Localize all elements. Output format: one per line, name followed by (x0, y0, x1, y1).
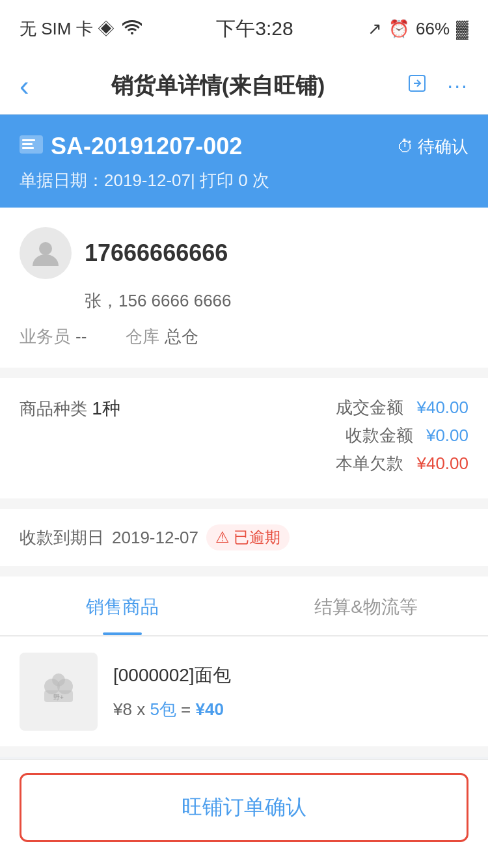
warehouse-value: 总仓 (165, 325, 198, 348)
tabs-section: 销售商品 结算&物流等 (0, 576, 488, 636)
svg-text:野+: 野+ (53, 694, 64, 701)
staff-value: -- (75, 327, 87, 347)
product-type-info: 商品种类 1种 (20, 396, 120, 421)
customer-meta: 业务员 -- 仓库 总仓 (20, 325, 468, 348)
nav-bar: ‹ 销货单详情(来自旺铺) ··· (0, 57, 488, 115)
alarm-icon: ⏰ (388, 19, 409, 39)
due-date: 2019-12-07 (112, 528, 198, 548)
svg-rect-4 (22, 147, 34, 149)
svg-rect-3 (22, 143, 33, 145)
product-name: [0000002]面包 (113, 663, 468, 688)
stats-section: 商品种类 1种 成交金额 ¥40.00 收款金额 ¥0.00 本单欠款 ¥40.… (0, 378, 488, 498)
price-value: ¥8 (113, 699, 132, 719)
order-header: SA-20191207-002 ⏱ 待确认 单据日期：2019-12-07| 打… (0, 115, 488, 208)
type-count: 1种 (92, 398, 120, 418)
product-section: 野+ [0000002]面包 ¥8 x 5包 = ¥40 (0, 637, 488, 746)
wifi-icon (122, 19, 142, 39)
tab-settlement[interactable]: 结算&物流等 (244, 576, 488, 635)
more-button[interactable]: ··· (447, 74, 468, 98)
bottom-bar: 旺铺订单确认 (0, 759, 488, 868)
status-right: ↗ ⏰ 66% ▓ (368, 19, 468, 39)
share-button[interactable] (407, 73, 427, 99)
status-bar: 无 SIM 卡 ◈ 下午3:28 ↗ ⏰ 66% ▓ (0, 0, 488, 57)
battery-icon: ▓ (456, 19, 468, 39)
product-price: ¥8 x 5包 = ¥40 (113, 698, 468, 721)
due-label: 收款到期日 (20, 526, 104, 549)
warehouse-label: 仓库 (126, 325, 159, 348)
confirm-order-button[interactable]: 旺铺订单确认 (20, 773, 468, 842)
sim-label: 无 SIM 卡 ◈ (20, 18, 115, 40)
price-total: ¥40 (196, 699, 224, 719)
price-qty: 5包 (150, 699, 176, 719)
amount-value: ¥40.00 (416, 398, 468, 418)
status-time: 下午3:28 (216, 16, 293, 42)
page-title: 销货单详情(来自旺铺) (111, 71, 325, 101)
avatar (20, 227, 72, 279)
product-info: [0000002]面包 ¥8 x 5包 = ¥40 (113, 663, 468, 721)
owed-value: ¥40.00 (416, 454, 468, 474)
amount-info: 成交金额 ¥40.00 收款金额 ¥0.00 本单欠款 ¥40.00 (336, 396, 468, 480)
overdue-text: 已逾期 (234, 527, 280, 548)
back-button[interactable]: ‹ (20, 70, 29, 102)
due-section: 收款到期日 2019-12-07 ⚠ 已逾期 (0, 509, 488, 566)
order-icon (20, 135, 43, 158)
clock-icon: ⏱ (397, 137, 414, 157)
battery-level: 66% (416, 19, 450, 39)
location-icon: ↗ (368, 19, 382, 39)
amount-label: 成交金额 (336, 396, 403, 419)
svg-rect-2 (22, 139, 35, 141)
product-item: 野+ [0000002]面包 ¥8 x 5包 = ¥40 (0, 637, 488, 746)
overdue-badge: ⚠ 已逾期 (206, 524, 290, 550)
nav-actions: ··· (407, 73, 468, 99)
order-date: 单据日期：2019-12-07| 打印 0 次 (20, 169, 468, 192)
received-label: 收款金额 (346, 424, 413, 447)
staff-label: 业务员 (20, 325, 70, 348)
product-thumbnail: 野+ (20, 653, 98, 731)
overdue-icon: ⚠ (215, 528, 230, 547)
order-status: ⏱ 待确认 (397, 135, 468, 158)
tab-products[interactable]: 销售商品 (0, 576, 244, 635)
svg-point-5 (39, 242, 52, 255)
received-value: ¥0.00 (426, 426, 468, 446)
owed-label: 本单欠款 (336, 452, 403, 475)
status-left: 无 SIM 卡 ◈ (20, 18, 142, 40)
customer-section: 17666666666 张，156 6666 6666 业务员 -- 仓库 总仓 (0, 208, 488, 368)
customer-name: 张，156 6666 6666 (20, 290, 468, 312)
svg-point-8 (52, 673, 65, 686)
order-id: SA-20191207-002 (20, 133, 242, 160)
customer-phone: 17666666666 (85, 239, 228, 267)
type-label: 商品种类 (20, 399, 87, 418)
tabs-row: 销售商品 结算&物流等 (0, 576, 488, 636)
